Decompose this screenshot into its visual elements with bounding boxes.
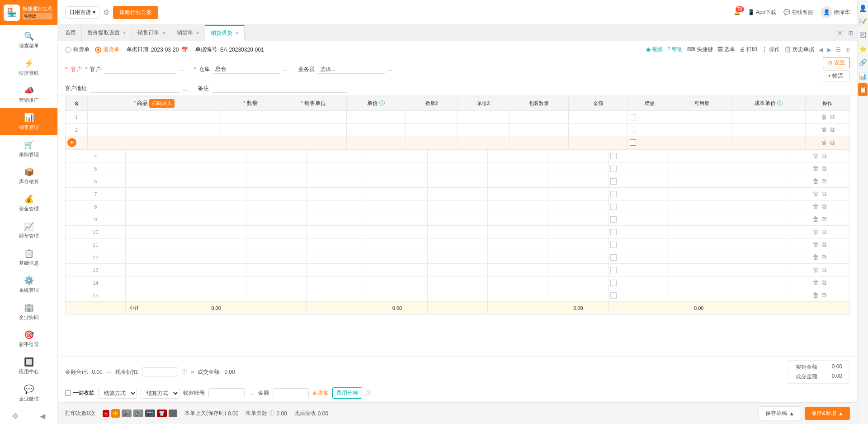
unit-cell[interactable] (246, 226, 307, 238)
amount-cell[interactable] (548, 238, 608, 251)
col-settings[interactable]: ⚙ (66, 96, 88, 111)
cost-price-cell[interactable] (731, 136, 806, 149)
qty2-cell[interactable] (406, 111, 458, 124)
gift-checkbox[interactable] (610, 191, 617, 197)
gift-checkbox[interactable] (610, 292, 617, 299)
qty-cell[interactable] (186, 276, 246, 289)
copy-row-btn[interactable]: ⧉ (821, 279, 827, 286)
right-panel-person-icon[interactable]: 👤 (858, 2, 868, 14)
history-btn[interactable]: 📋 历史单据 (784, 46, 814, 53)
radio-sales[interactable]: 销货单 (65, 46, 90, 53)
copy-row-btn[interactable]: ⧉ (829, 113, 835, 120)
delete-row-btn[interactable]: 🗑 (820, 139, 828, 146)
prev-record-btn[interactable]: ◀ (819, 47, 823, 53)
warehouse-dots[interactable]: ... (283, 66, 288, 72)
copy-row-btn[interactable]: ⧉ (821, 165, 827, 172)
tab-sales-return[interactable]: 销货退货 ✕ (205, 25, 245, 41)
qty2-cell[interactable] (367, 251, 427, 264)
tab-sales-order-close[interactable]: ✕ (162, 30, 165, 35)
copy-row-btn[interactable]: ⧉ (821, 291, 827, 299)
copy-row-btn[interactable]: ⧉ (829, 126, 835, 133)
unit2-cell[interactable] (427, 200, 487, 213)
product-cell[interactable] (126, 213, 186, 226)
operate-btn[interactable]: ⋮ 操作 (762, 46, 779, 53)
mic-icon[interactable]: 🎤 (122, 410, 132, 417)
save-new-btn[interactable]: 保存&新增 ▲ (805, 407, 850, 420)
pkg-qty-cell[interactable] (488, 238, 548, 251)
sidebar-item-sales[interactable]: 📊 销售管理 (0, 108, 57, 135)
unit2-cell[interactable] (427, 289, 487, 302)
sidebar-item-finance[interactable]: 💰 资金管理 (0, 190, 57, 217)
qty-cell[interactable] (221, 136, 280, 149)
sidebar-item-operations[interactable]: 📈 经营管理 (0, 217, 57, 244)
copy-row-btn[interactable]: ⧉ (821, 241, 827, 248)
sidebar-item-marketing[interactable]: 📣 营销推广 (0, 81, 57, 108)
calendar-icon[interactable]: 📅 (181, 47, 188, 53)
delete-row-btn[interactable]: 🗑 (811, 177, 820, 185)
cost-price-cell[interactable] (729, 251, 789, 264)
cost-price-cell[interactable] (731, 124, 806, 136)
gift-cell[interactable] (609, 238, 669, 251)
video-btn[interactable]: ◉ 视频 (646, 46, 663, 53)
amount-cell[interactable] (548, 289, 608, 302)
cost-price-cell[interactable] (729, 264, 789, 276)
staff-dots[interactable]: ... (388, 66, 392, 72)
unit2-cell[interactable] (458, 124, 509, 136)
tab-sales-delivery[interactable]: 销货单 ✕ (171, 25, 205, 41)
unit-cell[interactable] (246, 289, 307, 302)
gift-cell[interactable] (627, 124, 672, 136)
qty2-cell[interactable] (406, 136, 458, 149)
available-cell[interactable] (669, 175, 729, 188)
price-cell[interactable] (307, 213, 367, 226)
app-download-btn[interactable]: 📱 App下载 (748, 9, 776, 16)
tab-sales-price-close[interactable]: ✕ (123, 30, 126, 35)
qty-cell[interactable] (186, 213, 246, 226)
price-cell[interactable] (307, 251, 367, 264)
copy-row-btn[interactable]: ⧉ (829, 139, 835, 146)
unit2-cell[interactable] (427, 251, 487, 264)
unit-cell[interactable] (246, 213, 307, 226)
unit2-cell[interactable] (427, 150, 487, 162)
amount-cell[interactable] (548, 251, 608, 264)
qty-cell[interactable] (186, 289, 246, 302)
sidebar-item-basic[interactable]: 📋 基础信息 (0, 244, 57, 271)
available-cell[interactable] (669, 289, 729, 302)
gift-cell[interactable] (609, 162, 669, 175)
qty2-cell[interactable] (367, 213, 427, 226)
unit2-cell[interactable] (427, 213, 487, 226)
copy-row-btn[interactable]: ⧉ (821, 266, 827, 273)
unit-cell[interactable] (246, 175, 307, 188)
logistics-btn[interactable]: + 物流 (823, 70, 850, 81)
col-settings-icon[interactable]: ⚙ (74, 100, 79, 107)
gift-checkbox[interactable] (630, 114, 636, 120)
pkg-qty-cell[interactable] (509, 136, 569, 149)
delete-row-btn[interactable]: 🗑 (811, 266, 820, 273)
add-fee-btn[interactable]: ⊕ 添加 (312, 389, 329, 397)
qty2-cell[interactable] (367, 175, 427, 188)
qty2-cell[interactable] (367, 188, 427, 200)
delete-row-btn[interactable]: 🗑 (811, 203, 820, 210)
settlement-method-select[interactable]: 结算方式 (98, 388, 137, 399)
gift-checkbox[interactable] (610, 178, 617, 185)
qty-cell[interactable] (186, 150, 246, 162)
notification-btn[interactable]: 🔔 70 (734, 9, 741, 15)
unit-cell[interactable] (246, 276, 307, 289)
pkg-qty-cell[interactable] (488, 162, 548, 175)
qty-cell[interactable] (186, 200, 246, 213)
unit2-cell[interactable] (427, 188, 487, 200)
amount-cell[interactable] (548, 276, 608, 289)
available-cell[interactable] (669, 188, 729, 200)
cost-price-cell[interactable] (729, 175, 789, 188)
delete-row-btn[interactable]: 🗑 (820, 113, 828, 120)
amount-cell[interactable] (548, 162, 608, 175)
product-cell[interactable] (126, 200, 186, 213)
view-grid-btn[interactable]: ⊞ (845, 47, 850, 53)
gift-checkbox[interactable] (610, 280, 617, 286)
available-cell[interactable] (669, 162, 729, 175)
available-cell[interactable] (669, 200, 729, 213)
copy-row-btn[interactable]: ⧉ (821, 228, 827, 235)
next-record-btn[interactable]: ▶ (827, 47, 831, 53)
gift-checkbox[interactable] (610, 254, 617, 261)
s-icon[interactable]: S (103, 410, 109, 417)
address-input[interactable] (90, 84, 180, 93)
